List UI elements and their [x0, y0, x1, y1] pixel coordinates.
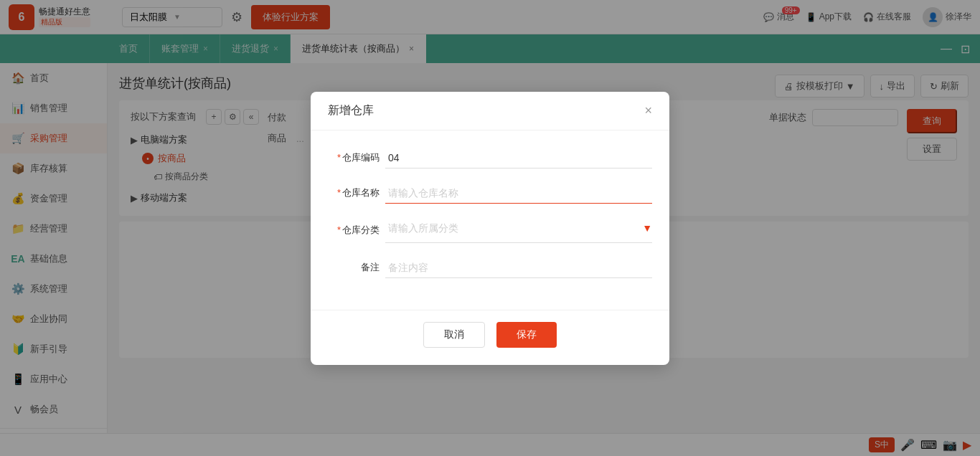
warehouse-category-select-wrap: ▼	[385, 218, 652, 243]
cancel-button[interactable]: 取消	[423, 322, 485, 348]
warehouse-name-row: 仓库名称	[328, 183, 652, 204]
warehouse-note-input[interactable]	[385, 257, 652, 278]
warehouse-code-input[interactable]	[385, 148, 652, 168]
modal-footer: 取消 保存	[311, 310, 669, 365]
add-warehouse-modal: 新增仓库 × 仓库编码 仓库名称 仓库分类 ▼	[311, 92, 669, 365]
warehouse-category-label: 仓库分类	[328, 224, 385, 237]
category-dropdown-icon[interactable]: ▼	[642, 222, 652, 234]
modal-body: 仓库编码 仓库名称 仓库分类 ▼ 备注	[311, 130, 669, 310]
modal-close-button[interactable]: ×	[644, 103, 652, 118]
warehouse-name-input[interactable]	[385, 183, 652, 204]
modal-title: 新增仓库	[328, 103, 374, 118]
warehouse-note-label: 备注	[328, 261, 385, 274]
modal-overlay: 新增仓库 × 仓库编码 仓库名称 仓库分类 ▼	[0, 0, 980, 456]
warehouse-category-input[interactable]	[385, 218, 642, 238]
warehouse-note-row: 备注	[328, 257, 652, 278]
warehouse-category-row: 仓库分类 ▼	[328, 218, 652, 243]
warehouse-name-label: 仓库名称	[328, 186, 385, 199]
warehouse-code-label: 仓库编码	[328, 151, 385, 164]
warehouse-code-row: 仓库编码	[328, 148, 652, 168]
modal-header: 新增仓库 ×	[311, 92, 669, 130]
save-button[interactable]: 保存	[496, 322, 557, 348]
